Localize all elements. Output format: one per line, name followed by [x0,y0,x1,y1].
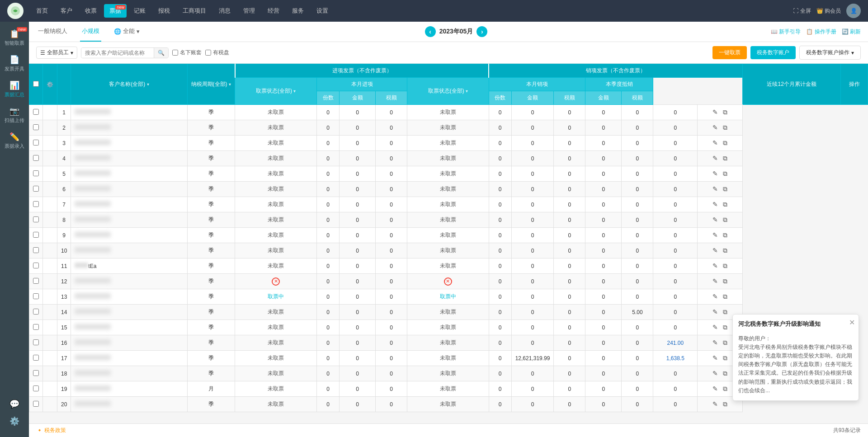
sidebar-item-open-invoice[interactable]: 📄 发票开具 [0,51,29,77]
sidebar-chat[interactable]: 💬 [8,395,21,413]
nav-message[interactable]: 消息 [213,4,236,18]
copy-btn[interactable]: ⧉ [721,399,729,409]
nav-settings[interactable]: 设置 [311,4,334,18]
tab-general-taxpayer[interactable]: 一般纳税人 [36,22,69,42]
row-checkbox-cell[interactable] [29,397,43,412]
th-client-name[interactable]: 客户名称(全部) ▾ [71,64,187,105]
sidebar-item-entry[interactable]: ✏️ 票据录入 [0,128,29,154]
has-taxdisk-checkbox[interactable] [205,50,211,56]
digital-account-ops-btn[interactable]: 税务数字账户操作 ▾ [799,46,861,60]
sidebar-settings[interactable]: ⚙️ [8,413,21,430]
member-btn[interactable]: 👑 购会员 [816,7,841,15]
row-checkbox[interactable] [33,140,39,146]
row-checkbox[interactable] [33,293,39,299]
row-checkbox-cell[interactable] [29,381,43,397]
row-checkbox-cell[interactable] [29,197,43,212]
copy-btn[interactable]: ⧉ [721,384,729,394]
row-checkbox[interactable] [33,385,39,391]
manual-btn[interactable]: 📋 操作手册 [806,28,836,36]
sidebar-item-summary[interactable]: 📊 票据汇总 [0,77,29,103]
nav-invoice[interactable]: 票据 new [104,4,127,18]
row-checkbox-cell[interactable] [29,274,43,289]
nav-business[interactable]: 工商项目 [177,4,212,18]
row-checkbox-cell[interactable] [29,366,43,381]
copy-btn[interactable]: ⧉ [721,108,729,117]
copy-btn[interactable]: ⧉ [721,184,729,194]
own-accounts-checkbox[interactable] [172,50,178,56]
nav-tax[interactable]: 报税 [153,4,175,18]
row-checkbox-cell[interactable] [29,258,43,274]
row-checkbox[interactable] [33,370,39,376]
row-checkbox[interactable] [33,324,39,330]
row-checkbox[interactable] [33,355,39,361]
checkbox-has-taxdisk[interactable]: 有税盘 [205,49,229,56]
nav-service[interactable]: 服务 [287,4,309,18]
th-tax-period[interactable]: 纳税周期(全部) ▾ [187,64,235,105]
row-checkbox-cell[interactable] [29,320,43,335]
tax-policy-link[interactable]: 🔸 税务政策 [36,427,66,434]
row-checkbox[interactable] [33,201,39,207]
row-checkbox[interactable] [33,339,39,345]
row-checkbox[interactable] [33,186,39,192]
nav-manage[interactable]: 管理 [238,4,260,18]
row-checkbox[interactable] [33,216,39,222]
row-checkbox-cell[interactable] [29,105,43,120]
copy-btn[interactable]: ⧉ [721,169,729,179]
edit-btn[interactable]: ✎ [711,123,720,132]
copy-btn[interactable]: ⧉ [721,230,729,240]
copy-btn[interactable]: ⧉ [721,277,729,286]
edit-btn[interactable]: ✎ [711,138,720,147]
nav-home[interactable]: 首页 [31,4,53,18]
th-income-status[interactable]: 取票状态(全部) ▾ [235,78,317,105]
copy-btn[interactable]: ⧉ [721,138,729,148]
row-checkbox-cell[interactable] [29,136,43,151]
edit-btn[interactable]: ✎ [711,246,720,255]
row-checkbox[interactable] [33,232,39,238]
row-checkbox-cell[interactable] [29,228,43,243]
row-checkbox[interactable] [33,155,39,161]
row-checkbox[interactable] [33,263,39,268]
row-checkbox[interactable] [33,401,39,407]
edit-btn[interactable]: ✎ [711,215,720,224]
next-month-btn[interactable]: › [476,26,487,37]
copy-btn[interactable]: ⧉ [721,338,729,348]
th-outcome-status[interactable]: 取票状态(全部) ▾ [407,78,489,105]
edit-btn[interactable]: ✎ [711,338,720,347]
nav-operation[interactable]: 经营 [262,4,285,18]
select-all-checkbox[interactable] [33,81,39,87]
copy-btn[interactable]: ⧉ [721,200,729,209]
copy-btn[interactable]: ⧉ [721,215,729,225]
nav-client[interactable]: 客户 [55,4,78,18]
edit-btn[interactable]: ✎ [711,169,720,178]
copy-btn[interactable]: ⧉ [721,154,729,163]
edit-btn[interactable]: ✎ [711,384,720,393]
copy-btn[interactable]: ⧉ [721,369,729,378]
edit-btn[interactable]: ✎ [711,323,720,332]
row-checkbox-cell[interactable] [29,151,43,166]
tab-all-dropdown-icon[interactable]: ▾ [137,28,140,35]
edit-btn[interactable]: ✎ [711,261,720,270]
checkbox-own-accounts[interactable]: 名下账套 [172,49,202,56]
copy-btn[interactable]: ⧉ [721,323,729,332]
row-checkbox[interactable] [33,278,39,284]
refresh-btn[interactable]: 🔄 刷新 [842,28,861,36]
copy-btn[interactable]: ⧉ [721,123,729,132]
sidebar-item-scan[interactable]: 📷 扫描上传 [0,103,29,128]
th-checkbox[interactable] [29,64,43,105]
digital-account-btn[interactable]: 税务数字账户 [750,46,796,59]
fullscreen-btn[interactable]: ⛶ 全屏 [793,7,811,15]
tab-all[interactable]: 🌐 全能 ▾ [112,22,142,42]
edit-btn[interactable]: ✎ [711,292,720,301]
edit-btn[interactable]: ✎ [711,154,720,163]
row-checkbox-cell[interactable] [29,212,43,228]
row-checkbox-cell[interactable] [29,243,43,258]
sidebar-item-smart-invoice[interactable]: 📋 智能取票 new [0,25,29,51]
row-checkbox-cell[interactable] [29,335,43,351]
edit-btn[interactable]: ✎ [711,369,720,378]
edit-btn[interactable]: ✎ [711,277,720,286]
edit-btn[interactable]: ✎ [711,108,720,117]
row-checkbox-cell[interactable] [29,305,43,320]
row-checkbox[interactable] [33,109,39,115]
row-checkbox[interactable] [33,124,39,130]
th-settings[interactable]: ⚙️ [43,64,57,105]
